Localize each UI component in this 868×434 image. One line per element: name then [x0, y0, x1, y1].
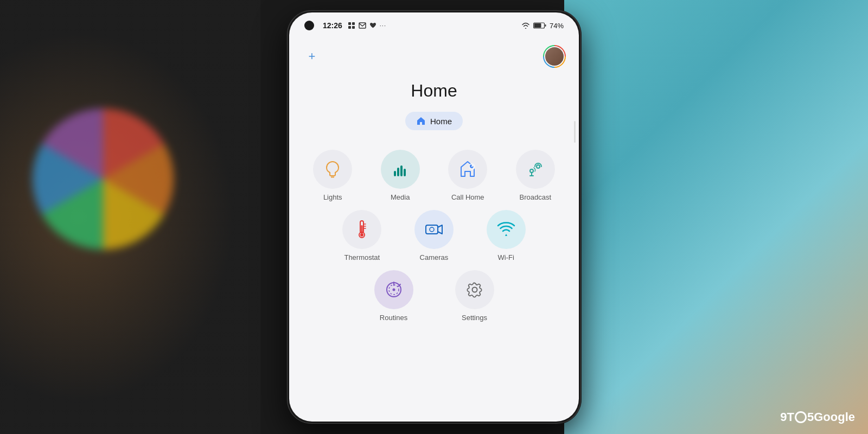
grid-row-1: Lights Media	[300, 148, 568, 203]
status-bar: 12:26	[289, 12, 579, 36]
color-wheel	[33, 108, 174, 250]
lights-label: Lights	[323, 193, 342, 201]
svg-point-32	[392, 289, 395, 291]
thermostat-label: Thermostat	[344, 253, 380, 261]
svg-rect-6	[545, 24, 546, 27]
svg-rect-0	[348, 22, 351, 25]
settings-icon	[465, 280, 484, 299]
routines-icon-circle	[374, 270, 413, 309]
app-content: + Home Home	[289, 36, 579, 422]
svg-rect-11	[397, 168, 399, 176]
grid-row-3: Routines Settings	[300, 268, 568, 324]
svg-rect-20	[361, 225, 363, 233]
cameras-label: Cameras	[420, 253, 449, 261]
grid-row-2: Thermostat Cameras	[300, 208, 568, 264]
battery-icon	[533, 22, 546, 29]
cameras-item[interactable]: Cameras	[399, 208, 469, 264]
settings-label: Settings	[462, 314, 487, 322]
camera-notch	[304, 21, 314, 30]
settings-icon-circle	[455, 270, 494, 309]
svg-rect-3	[352, 26, 355, 29]
scrollbar-hint	[574, 121, 576, 143]
wifi-item[interactable]: Wi-Fi	[471, 208, 541, 264]
background-right	[564, 0, 868, 434]
media-label: Media	[391, 193, 410, 201]
page-title: Home	[300, 81, 568, 101]
broadcast-icon	[526, 161, 545, 177]
routines-label: Routines	[380, 314, 407, 322]
svg-rect-1	[352, 22, 355, 25]
svg-rect-2	[348, 26, 351, 29]
status-time: 12:26	[323, 21, 342, 30]
svg-rect-10	[394, 171, 396, 176]
avatar[interactable]	[543, 45, 566, 68]
phone-container: 12:26	[288, 11, 580, 423]
svg-point-15	[537, 165, 540, 168]
media-item[interactable]: Media	[368, 148, 433, 203]
broadcast-icon-circle	[516, 150, 555, 189]
svg-point-14	[469, 163, 475, 170]
top-bar: +	[300, 41, 568, 76]
wifi-icon-circle	[487, 210, 526, 249]
phone-screen: 12:26	[289, 12, 579, 422]
wifi-icon	[497, 222, 515, 237]
svg-rect-26	[426, 225, 438, 234]
svg-point-22	[360, 233, 363, 237]
call-home-label: Call Home	[451, 193, 484, 201]
status-bar-left: 12:26	[304, 21, 386, 30]
home-chip[interactable]: Home	[405, 112, 463, 130]
watermark: 9T5Google	[780, 410, 855, 424]
routines-icon	[385, 280, 403, 299]
svg-point-27	[430, 227, 434, 232]
svg-point-33	[472, 288, 477, 292]
broadcast-item[interactable]: Broadcast	[503, 148, 569, 203]
watermark-o	[795, 411, 807, 423]
svg-rect-13	[404, 169, 406, 176]
battery-text: 74%	[550, 22, 564, 30]
lights-item[interactable]: Lights	[300, 148, 366, 203]
status-icons: ···	[348, 22, 386, 29]
avatar-inner	[544, 46, 565, 67]
home-chip-label: Home	[430, 117, 452, 126]
thermostat-icon	[356, 220, 367, 239]
call-home-icon	[458, 160, 477, 178]
wifi-label: Wi-Fi	[498, 253, 514, 261]
cameras-icon	[424, 222, 444, 237]
heart-icon	[369, 22, 376, 29]
lights-icon-circle	[313, 150, 352, 189]
media-icon-circle	[381, 150, 420, 189]
add-button[interactable]: +	[302, 47, 322, 66]
cameras-icon-circle	[414, 210, 454, 249]
thermostat-item[interactable]: Thermostat	[327, 208, 397, 264]
home-chip-icon	[416, 116, 426, 126]
call-home-item[interactable]: Call Home	[435, 148, 501, 203]
thermostat-icon-circle	[342, 210, 381, 249]
settings-item[interactable]: Settings	[435, 268, 514, 324]
media-icon	[392, 161, 409, 177]
call-home-icon-circle	[448, 150, 487, 189]
svg-rect-7	[534, 23, 541, 28]
phone-frame: 12:26	[288, 11, 580, 423]
svg-rect-4	[359, 23, 366, 28]
bulb-icon	[324, 159, 341, 179]
add-icon: +	[309, 50, 316, 62]
grid-icon	[348, 22, 355, 29]
svg-rect-12	[400, 165, 403, 176]
mail-icon	[359, 22, 366, 29]
status-bar-right: 74%	[521, 22, 564, 30]
broadcast-label: Broadcast	[519, 193, 551, 201]
routines-item[interactable]: Routines	[354, 268, 433, 324]
wifi-status-icon	[521, 22, 530, 29]
background-left	[0, 0, 260, 434]
